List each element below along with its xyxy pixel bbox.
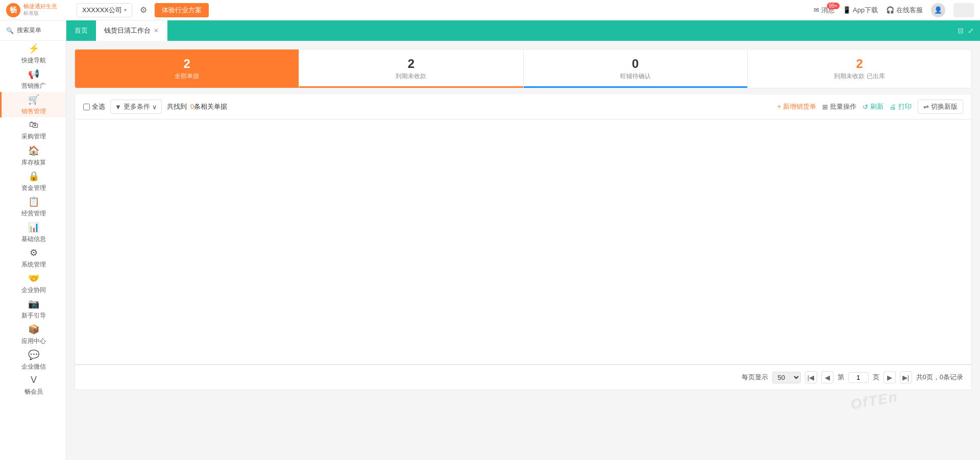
logo-sub: 标准版 [23,10,57,17]
avatar[interactable]: 👤 [931,3,945,17]
house-icon: 🏠 [28,145,39,156]
sidebar-item-guide[interactable]: 📷 新手引导 [0,296,66,322]
bag-icon: 🛍 [29,119,38,130]
filter-icon: ▼ [115,103,121,111]
header-right: ✉ 消息 99+ 📱 App下载 🎧 在线客服 👤 [814,3,974,17]
card-all-label: 全部单据 [83,72,290,81]
user-icon: 👤 [934,6,942,14]
sidebar-item-marketing[interactable]: 📢 营销推广 [0,66,66,92]
search-menu-item[interactable]: 🔍 搜索菜单 [0,20,66,41]
mobile-icon: 📱 [843,6,851,14]
expand-icon[interactable]: ⤢ [968,27,974,35]
nav-actions: ⊟ ⤢ [958,27,980,35]
card-shipped-count: 2 [756,57,963,71]
sidebar-item-inventory[interactable]: 🏠 库存核算 [0,143,66,168]
card-pending-count: 0 [532,57,739,71]
sidebar-item-enterprise[interactable]: 🤝 企业协同 [0,271,66,296]
print-button[interactable]: 🖨 打印 [890,102,912,111]
gear-icon: ⚙ [140,5,147,15]
switch-icon: ⇌ [923,103,929,111]
company-name: XXXXXX公司 [82,6,122,15]
megaphone-icon: 📢 [28,68,39,80]
chat-icon: 💬 [28,349,39,360]
summary-card-all[interactable]: 2 全部单据 [75,50,299,88]
per-page-label: 每页显示 [742,373,768,382]
cart-icon: 🛒 [28,94,39,105]
guide-icon: 📷 [28,298,39,309]
logo-text: 畅捷通好生意 [23,3,57,10]
print-icon: 🖨 [890,103,896,111]
message-button[interactable]: ✉ 消息 99+ [814,6,835,15]
lightning-icon: ⚡ [28,43,39,54]
chevron-filter-icon: ∨ [152,103,157,111]
minimize-icon[interactable]: ⊟ [958,27,964,35]
page-suffix: 页 [873,373,879,382]
select-all-input[interactable] [83,104,90,110]
select-all-checkbox[interactable]: 全选 [83,102,105,111]
page-input[interactable] [848,372,869,383]
sidebar-item-basic[interactable]: 📊 基础信息 [0,220,66,245]
system-icon: ⚙ [30,247,38,258]
card-overdue-count: 2 [307,57,514,71]
top-header: 畅 畅捷通好生意 标准版 XXXXXX公司 ▾ ⚙ 体验行业方案 ✉ 消息 99… [0,0,980,20]
settings-button[interactable]: ⚙ [136,3,151,17]
batch-button[interactable]: ⊞ 批量操作 [822,102,856,111]
summary-card-shipped[interactable]: 2 到期未收款 已出库 [748,50,971,88]
sidebar-item-sales[interactable]: 🛒 销售管理 [0,92,66,117]
found-text: 共找到 0条相关单据 [167,102,227,111]
main-content: 2 全部单据 2 到期未收款 0 旺辅待确认 2 到期未收款 已出库 全选 ▼ … [66,41,980,460]
tab-close-icon[interactable]: ✕ [154,27,159,34]
nav-tabs: 首页 钱货日清工作台 ✕ ⊟ ⤢ [66,20,980,41]
sidebar-item-app-center[interactable]: 📦 应用中心 [0,322,66,347]
prev-page-button[interactable]: ◀ [821,371,834,383]
per-page-select[interactable]: 50 100 200 [772,372,801,383]
batch-icon: ⊞ [822,103,828,111]
logo-area: 畅 畅捷通好生意 标准版 [6,3,72,17]
sidebar-item-wechat[interactable]: 💬 企业微信 [0,347,66,373]
handshake-icon: 🤝 [28,273,39,284]
toolbar: 全选 ▼ 更多条件 ∨ 共找到 0条相关单据 + 新增销货单 ⊞ 批量操作 ↺ … [75,94,972,119]
card-pending-label: 旺辅待确认 [532,72,739,81]
add-sale-button[interactable]: + 新增销货单 [777,102,816,111]
vip-icon: V [31,375,37,385]
sidebar: 🔍 搜索菜单 ⚡ 快捷导航 📢 营销推广 🛒 销售管理 🛍 采购管理 🏠 库存核… [0,20,66,460]
app-download-button[interactable]: 📱 App下载 [843,6,878,15]
user-menu[interactable] [953,3,974,17]
first-page-button[interactable]: |◀ [805,371,817,383]
total-pages: 共0页，0条记录 [916,373,963,382]
sidebar-item-purchase[interactable]: 🛍 采购管理 [0,117,66,143]
sidebar-item-finance[interactable]: 🔒 资金管理 [0,168,66,194]
summary-cards: 2 全部单据 2 到期未收款 0 旺辅待确认 2 到期未收款 已出库 [75,49,972,88]
sidebar-item-system[interactable]: ⚙ 系统管理 [0,245,66,271]
switch-version-button[interactable]: ⇌ 切换新版 [918,100,963,114]
chevron-down-icon: ▾ [124,7,127,13]
refresh-button[interactable]: ↺ 刷新 [863,102,884,111]
headset-icon: 🎧 [886,6,894,14]
card-shipped-label: 到期未收款 已出库 [756,72,963,81]
lock-icon: 🔒 [28,171,39,182]
page-label: 第 [838,373,844,382]
sidebar-item-quick-nav[interactable]: ⚡ 快捷导航 [0,41,66,66]
toolbar-right: + 新增销货单 ⊞ 批量操作 ↺ 刷新 🖨 打印 ⇌ 切换新版 [777,100,963,114]
online-service-button[interactable]: 🎧 在线客服 [886,6,923,15]
tab-home[interactable]: 首页 [66,20,96,41]
sidebar-item-operation[interactable]: 📋 经营管理 [0,194,66,220]
trial-button[interactable]: 体验行业方案 [155,3,209,17]
message-icon: ✉ [814,6,819,14]
message-badge: 99+ [827,3,840,9]
filter-button[interactable]: ▼ 更多条件 ∨ [110,100,162,114]
clipboard-icon: 📋 [28,196,39,207]
search-icon: 🔍 [6,27,14,34]
card-overdue-label: 到期未收款 [307,72,514,81]
grid-icon: 📊 [28,222,39,233]
refresh-icon: ↺ [863,103,868,111]
next-page-button[interactable]: ▶ [884,371,896,383]
sidebar-item-member[interactable]: V 畅会员 [0,373,66,398]
card-underline-orange [299,86,523,88]
company-selector[interactable]: XXXXXX公司 ▾ [77,3,132,17]
summary-card-pending[interactable]: 0 旺辅待确认 [524,50,748,88]
summary-card-overdue[interactable]: 2 到期未收款 [299,50,523,88]
pagination: 每页显示 50 100 200 |◀ ◀ 第 页 ▶ ▶| 共0页，0条记录 [75,365,972,390]
tab-workbench[interactable]: 钱货日清工作台 ✕ [96,20,167,41]
last-page-button[interactable]: ▶| [900,371,912,383]
